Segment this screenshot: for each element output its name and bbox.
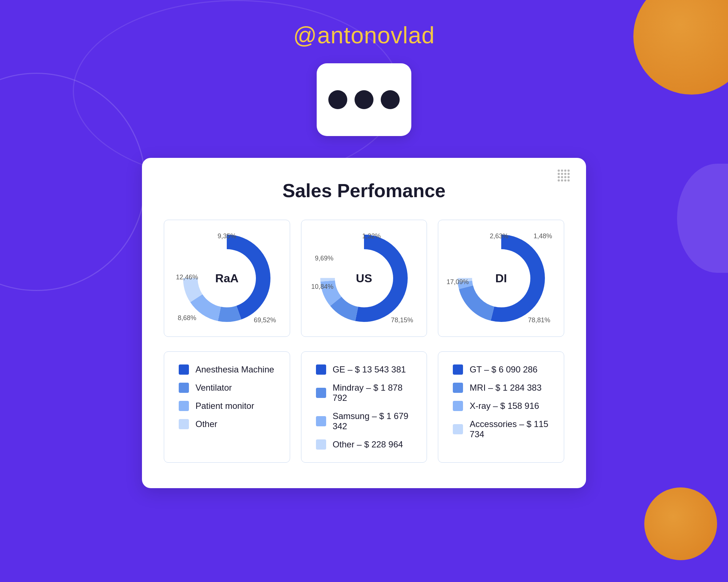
legend-item-ge: GE – $ 13 543 381 [316,364,412,375]
chart-card-raa: 9,35% 12,46% 8,68% 69,52% [164,220,290,337]
legend-dot-samsung [316,416,326,426]
legend-item-xray: X-ray – $ 158 916 [453,401,549,411]
dot-3 [381,90,400,109]
header: @antonovlad [293,22,435,49]
legend-label-gt: GT – $ 6 090 286 [470,364,537,375]
legend-card-us: GE – $ 13 543 381 Mindray – $ 1 878 792 … [301,351,427,463]
pct-us-bottom-right: 78,15% [391,316,413,324]
legend-item-gt: GT – $ 6 090 286 [453,364,549,375]
svg-point-10 [564,176,566,178]
donut-us: 1,32% 9,69% 10,84% 78,15% US [317,231,411,326]
pct-us-mid-left: 10,84% [311,283,333,291]
pct-raa-left: 12,46% [176,274,198,281]
pct-di-mid-left: 17,09% [447,278,469,286]
pct-raa-top: 9,35% [218,232,236,240]
legend-label-anesthesia: Anesthesia Machine [195,364,274,375]
svg-point-14 [564,179,566,182]
legend-item-samsung: Samsung – $ 1 679 342 [316,411,412,431]
pct-di-top-left: 2,63% [490,232,508,240]
logo-card [317,63,411,136]
dot-1 [328,90,347,109]
legend-label-ge: GE – $ 13 543 381 [333,364,406,375]
pct-us-top-right: 1,32% [362,232,381,240]
svg-point-7 [567,173,570,175]
legend-dot-ge [316,364,326,375]
legend-dot-accessories [453,424,463,434]
donut-raa: 9,35% 12,46% 8,68% 69,52% [179,231,274,326]
pct-raa-bottom-right: 69,52% [254,316,276,324]
svg-point-5 [561,173,563,175]
dot-2 [355,90,373,109]
svg-point-8 [558,176,560,178]
legend-dot-mindray [316,388,326,398]
svg-point-9 [561,176,563,178]
dots-container [328,90,400,109]
svg-point-0 [558,170,560,172]
svg-point-6 [564,173,566,175]
legend-label-patient-monitor: Patient monitor [195,401,254,411]
donut-di: 2,63% 1,48% 17,09% 78,81% DI [454,231,549,326]
legend-label-accessories: Accessories – $ 115 734 [470,419,549,439]
legend-item-ventilator: Ventilator [179,383,275,393]
svg-point-11 [567,176,570,178]
legend-dot-other-raa [179,419,189,429]
legend-item-accessories: Accessories – $ 115 734 [453,419,549,439]
legend-card-raa: Anesthesia Machine Ventilator Patient mo… [164,351,290,463]
legend-label-ventilator: Ventilator [195,383,232,393]
donut-label-di: DI [495,272,507,285]
donut-label-us: US [356,272,372,285]
legend-dot-anesthesia [179,364,189,375]
legend-item-patient-monitor: Patient monitor [179,401,275,411]
legend-item-other-raa: Other [179,419,275,429]
legend-label-other-raa: Other [195,419,217,429]
legend-dot-patient-monitor [179,401,189,411]
svg-point-1 [561,170,563,172]
legend-card-di: GT – $ 6 090 286 MRI – $ 1 284 383 X-ray… [438,351,564,463]
legend-label-samsung: Samsung – $ 1 679 342 [333,411,412,431]
main-card: Sales Perfomance 9,35% 12,46% 8,68% 69,5… [142,158,586,488]
legend-label-mindray: Mindray – $ 1 878 792 [333,383,412,403]
legend-label-mri: MRI – $ 1 284 383 [470,383,541,393]
deco-circle-top-right [633,0,728,95]
svg-point-3 [567,170,570,172]
svg-point-15 [567,179,570,182]
legend-dot-ventilator [179,383,189,393]
svg-point-13 [561,179,563,182]
chart-card-di: 2,63% 1,48% 17,09% 78,81% DI [438,220,564,337]
donut-label-raa: RaA [215,272,238,285]
pct-di-bottom-right: 78,81% [528,316,550,324]
legend-item-mindray: Mindray – $ 1 878 792 [316,383,412,403]
deco-circle-bottom-right [644,487,717,560]
svg-point-12 [558,179,560,182]
pct-di-top-right: 1,48% [534,232,552,240]
username: @antonovlad [293,22,435,49]
legends-row: Anesthesia Machine Ventilator Patient mo… [164,351,564,463]
legend-dot-mri [453,383,463,393]
legend-item-mri: MRI – $ 1 284 383 [453,383,549,393]
pct-raa-bottom-left: 8,68% [178,314,196,322]
legend-dot-other-us [316,439,326,450]
svg-point-2 [564,170,566,172]
legend-item-other-us: Other – $ 228 964 [316,439,412,450]
pct-us-top-left: 9,69% [315,255,333,262]
legend-label-xray: X-ray – $ 158 916 [470,401,539,411]
legend-label-other-us: Other – $ 228 964 [333,439,403,450]
legend-dot-gt [453,364,463,375]
charts-row: 9,35% 12,46% 8,68% 69,52% [164,220,564,337]
legend-item-anesthesia: Anesthesia Machine [179,364,275,375]
legend-dot-xray [453,401,463,411]
chart-card-us: 1,32% 9,69% 10,84% 78,15% US [301,220,427,337]
svg-point-4 [558,173,560,175]
deco-blob-right [677,164,728,273]
grid-icon [557,169,571,183]
page-title: Sales Perfomance [164,180,564,202]
